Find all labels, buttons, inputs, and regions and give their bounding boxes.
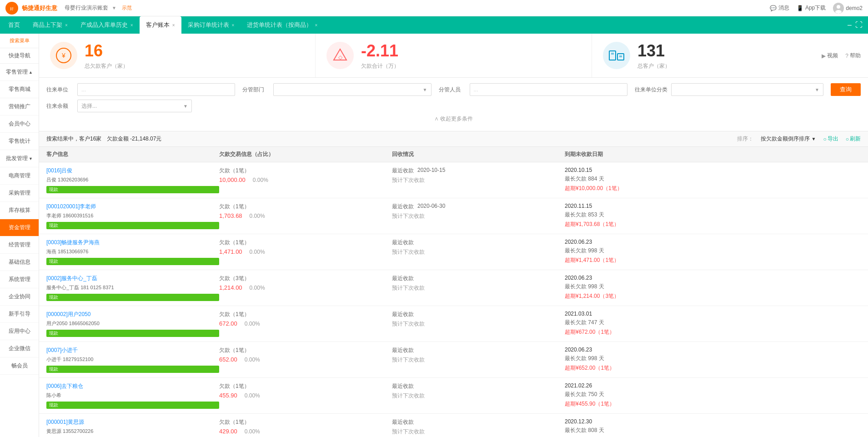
sidebar-item-retail-stats[interactable]: 零售统计 bbox=[0, 133, 39, 150]
sidebar-item-purchase[interactable]: 采购管理 bbox=[0, 185, 39, 202]
stat-card-total-customers: 131 总客户（家） ▶ 视频 ? 帮助 bbox=[592, 34, 868, 77]
sidebar-item-marketing[interactable]: 营销推广 bbox=[0, 98, 39, 116]
last-payment-date-2: 2020-06-30 bbox=[417, 203, 445, 211]
close-icon[interactable]: × bbox=[315, 23, 317, 28]
manager-input[interactable]: ... bbox=[470, 83, 627, 96]
customer-name-7[interactable]: [0006]去下粮仓 bbox=[46, 382, 219, 390]
customer-name-1[interactable]: [0016]吕俊 bbox=[46, 167, 219, 175]
sidebar-item-system[interactable]: 系统管理 bbox=[0, 271, 39, 288]
sort-value[interactable]: 按欠款金额倒序排序 ▼ bbox=[761, 135, 816, 143]
customer-phone-4: 服务中心_丁磊 181 0125 8371 bbox=[46, 284, 219, 291]
sidebar-item-enterprise[interactable]: 企业协同 bbox=[0, 288, 39, 306]
balance-select[interactable]: 选择... ▼ bbox=[77, 100, 192, 112]
video-btn[interactable]: ▶ 视频 bbox=[822, 52, 838, 60]
sidebar-item-operations[interactable]: 经营管理 bbox=[0, 236, 39, 254]
overdue-amount-6[interactable]: 超期¥652.00（1笔） bbox=[565, 364, 861, 372]
debt-amount-1: 10,000.00 bbox=[219, 176, 246, 183]
customer-name-8[interactable]: [000001]黄思源 bbox=[46, 418, 219, 426]
customer-name-2[interactable]: [0001020001]李老师 bbox=[46, 203, 219, 211]
sidebar-item-wholesale-mgmt[interactable]: 批发管理 ▼ bbox=[0, 150, 39, 167]
store-selector[interactable]: 母婴行业演示账套 bbox=[65, 4, 108, 12]
table-row: [000001]黄思源 黄思源 13552700226 现款 欠款（1笔） 42… bbox=[39, 414, 868, 437]
tab-goods-stats[interactable]: 进货单统计表（按商品） × bbox=[241, 16, 324, 34]
dept-label: 分管部门 bbox=[242, 86, 270, 94]
tab-purchase-stats[interactable]: 采购订单统计表 × bbox=[181, 16, 241, 34]
sidebar-item-retail-mall[interactable]: 零售商城 bbox=[0, 81, 39, 98]
overdue-amount-3[interactable]: 超期¥1,471.00（1笔） bbox=[565, 256, 861, 264]
sidebar-item-inventory[interactable]: 库存核算 bbox=[0, 202, 39, 219]
user-menu[interactable]: demo2 bbox=[833, 3, 863, 14]
message-btn[interactable]: 💬 消息 bbox=[770, 4, 789, 12]
sidebar-item-basic-info[interactable]: 基础信息 bbox=[0, 254, 39, 271]
stat-info-debit-amount: -2.11 欠款合计（万） bbox=[361, 41, 399, 70]
sidebar-item-member-center[interactable]: 会员中心 bbox=[0, 116, 39, 133]
tab-production-history[interactable]: 产成品入库单历史 × bbox=[74, 16, 140, 34]
customer-name-5[interactable]: [000002]用户2050 bbox=[46, 311, 219, 318]
overdue-days-6: 最长欠款 998 天 bbox=[565, 355, 861, 362]
sidebar-item-ecommerce[interactable]: 电商管理 bbox=[0, 167, 39, 185]
maximize-icon[interactable]: ⛶ bbox=[855, 21, 863, 29]
export-btn[interactable]: ○ 导出 bbox=[823, 135, 838, 143]
avatar bbox=[833, 3, 844, 14]
unit-category-label: 往来单位分类 bbox=[635, 86, 667, 94]
tab-goods-shelf[interactable]: 商品上下架 × bbox=[26, 16, 74, 34]
sidebar-search[interactable]: 搜索菜单 bbox=[0, 34, 39, 48]
debit-customers-label: 总欠款客户（家） bbox=[85, 62, 128, 70]
next-payment-label-7: 预计下次收款 bbox=[392, 392, 425, 400]
sidebar-item-member[interactable]: 畅会员 bbox=[0, 357, 39, 375]
collapse-label: 收起更多条件 bbox=[440, 116, 473, 122]
overdue-amount-1[interactable]: 超期¥10,000.00（1笔） bbox=[565, 185, 861, 192]
last-payment-label-8: 最近收款 bbox=[392, 418, 414, 426]
total-customers-label: 总客户（家） bbox=[637, 62, 670, 70]
minimize-icon[interactable]: – bbox=[848, 21, 852, 29]
unit-category-select[interactable]: ▼ bbox=[671, 83, 823, 96]
debt-amount-6: 652.00 bbox=[219, 356, 237, 363]
sidebar-item-newbie[interactable]: 新手引导 bbox=[0, 306, 39, 323]
close-icon[interactable]: × bbox=[65, 23, 68, 28]
filter-area: 往来单位 ... 分管部门 ▼ 分管人员 ... bbox=[39, 78, 868, 131]
help-btn[interactable]: ? 帮助 bbox=[845, 52, 861, 60]
chevron-down-icon: ▲ bbox=[29, 70, 33, 75]
app-title: 畅捷通好生意 bbox=[22, 4, 57, 12]
tab-home[interactable]: 首页 bbox=[2, 16, 26, 34]
source-unit-input[interactable]: ... bbox=[77, 83, 235, 96]
tab-goods-shelf-label: 商品上下架 bbox=[33, 21, 62, 29]
top-bar-left: 好 畅捷通好生意 母婴行业演示账套 ▼ 示范 bbox=[5, 2, 132, 15]
overdue-date-6: 2020.06.23 bbox=[565, 347, 861, 353]
refresh-btn[interactable]: ○ 刷新 bbox=[846, 135, 861, 143]
overdue-info-6: 2020.06.23 最长欠款 998 天 超期¥652.00（1笔） bbox=[565, 347, 861, 372]
overdue-amount-5[interactable]: 超期¥672.00（1笔） bbox=[565, 328, 861, 336]
overdue-info-4: 2020.06.23 最长欠款 998 天 超期¥1,214.00（3笔） bbox=[565, 275, 861, 300]
debt-ratio-5: 0.00% bbox=[245, 321, 260, 327]
overdue-days-7: 最长欠款 750 天 bbox=[565, 391, 861, 398]
next-payment-6: 预计下次收款 bbox=[392, 356, 565, 364]
customer-name-3[interactable]: [0003]畅捷服务尹海燕 bbox=[46, 239, 219, 246]
table-row: [0016]吕俊 吕俊 13026203696 现款 欠款（1笔） 10,000… bbox=[39, 162, 868, 198]
close-icon[interactable]: × bbox=[232, 23, 235, 28]
table-row: [0002]服务中心_丁磊 服务中心_丁磊 181 0125 8371 现款 欠… bbox=[39, 270, 868, 306]
sidebar-item-app-center[interactable]: 应用中心 bbox=[0, 323, 39, 340]
dept-select[interactable]: ▼ bbox=[273, 83, 431, 96]
sidebar-item-wechat[interactable]: 企业微信 bbox=[0, 340, 39, 357]
customer-name-6[interactable]: [0007]小进千 bbox=[46, 347, 219, 354]
last-payment-3: 最近收款 bbox=[392, 239, 565, 246]
customer-name-4[interactable]: [0002]服务中心_丁磊 bbox=[46, 275, 219, 282]
sidebar-item-retail-mgmt[interactable]: 零售管理 ▲ bbox=[0, 64, 39, 81]
overdue-amount-2[interactable]: 超期¥1,703.68（1笔） bbox=[565, 221, 861, 228]
close-icon[interactable]: × bbox=[172, 23, 175, 28]
logo-icon: 好 bbox=[5, 2, 18, 15]
overdue-amount-4[interactable]: 超期¥1,214.00（3笔） bbox=[565, 292, 861, 300]
next-payment-label-2: 预计下次收款 bbox=[392, 212, 425, 220]
sort-value-text: 按欠款金额倒序排序 bbox=[761, 136, 810, 142]
overdue-amount-7[interactable]: 超期¥455.90（1笔） bbox=[565, 400, 861, 408]
app-download-btn[interactable]: 📱 App下载 bbox=[797, 4, 826, 12]
sidebar-item-member-label: 畅会员 bbox=[11, 362, 28, 369]
tab-customer-ledger[interactable]: 客户账本 × bbox=[140, 16, 181, 34]
filter-unit-category: 往来单位分类 ▼ bbox=[635, 83, 823, 96]
close-icon[interactable]: × bbox=[130, 23, 133, 28]
collapse-filters-btn[interactable]: ∧ 收起更多条件 bbox=[46, 112, 861, 126]
search-button[interactable]: 查询 bbox=[831, 83, 861, 96]
customer-phone-1: 吕俊 13026203696 bbox=[46, 176, 219, 183]
sidebar-item-finance[interactable]: 资金管理 bbox=[0, 219, 39, 236]
svg-rect-12 bbox=[619, 55, 622, 57]
